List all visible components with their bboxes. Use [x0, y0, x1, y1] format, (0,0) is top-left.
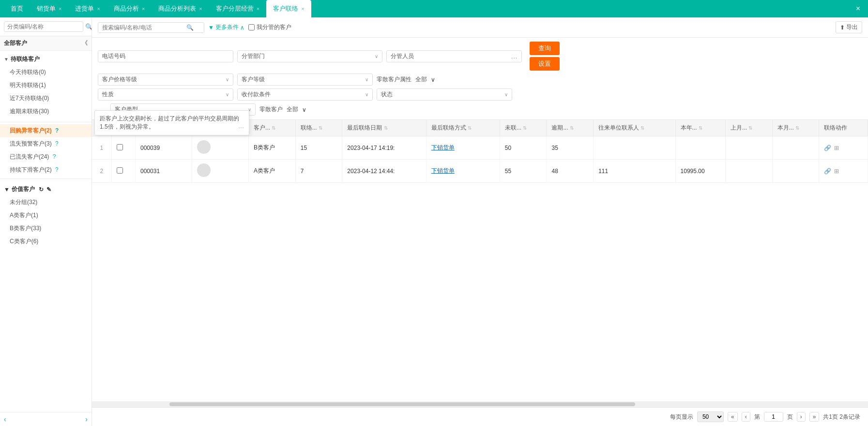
first-page-button[interactable]: «: [728, 412, 738, 422]
row-action-1: 🔗 ⊞: [819, 136, 868, 160]
row-overdue-2: 48: [547, 160, 594, 183]
close-sales-tab[interactable]: ×: [59, 6, 61, 12]
my-customer-checkbox[interactable]: [248, 24, 255, 30]
overdue-pending[interactable]: 逾期未联络(30): [0, 105, 91, 118]
already-lost[interactable]: 已流失客户(24) ?: [0, 150, 91, 163]
row-name-1: [192, 136, 249, 160]
row-checkbox-1[interactable]: [117, 144, 123, 150]
lost-badge: ?: [55, 140, 59, 147]
more-conditions-button[interactable]: ▼ 更多条件 ∧: [208, 23, 244, 31]
nav-item-purchase[interactable]: 进货单 ×: [68, 0, 107, 17]
week-pending[interactable]: 近7天待联络(0): [0, 92, 91, 105]
close-contact-tab[interactable]: ×: [301, 6, 304, 12]
settings-button[interactable]: 设置: [530, 57, 560, 71]
class-c-customers[interactable]: C类客户(6): [0, 235, 91, 248]
all-customers-label: 全部客户: [4, 39, 27, 47]
phone-field[interactable]: 电话号码: [98, 50, 233, 62]
col-this-month[interactable]: 本月... ⇅: [772, 120, 819, 136]
page-input[interactable]: [764, 412, 783, 422]
declining-customers[interactable]: 持续下滑客户(2) ?: [0, 163, 91, 176]
next-page-button[interactable]: ›: [797, 412, 806, 422]
table-row: 2 000031 A类客户: [92, 160, 868, 183]
sort-icon-date: ⇅: [384, 125, 388, 131]
my-customer-label: 我分管的客户: [257, 23, 291, 31]
col-last-contact-date[interactable]: 最后联络日期 ⇅: [342, 120, 426, 136]
status-field[interactable]: 状态 ∨: [377, 88, 512, 101]
lost-warning[interactable]: 流失预警客户(3) ?: [0, 137, 91, 150]
close-product-analysis-tab[interactable]: ×: [142, 6, 145, 12]
nav-item-sales[interactable]: 销货单 ×: [30, 0, 68, 17]
class-b-customers[interactable]: B类客户(33): [0, 222, 91, 235]
sidebar-scroll-left[interactable]: ‹: [4, 415, 6, 423]
col-this-year[interactable]: 本年... ⇅: [675, 120, 726, 136]
value-refresh-icon[interactable]: ↻: [39, 186, 44, 193]
action-icons-2: 🔗 ⊞: [824, 168, 863, 175]
price-level-field[interactable]: 客户价格等级 ∨: [98, 73, 233, 86]
value-edit-icon[interactable]: ✎: [46, 186, 51, 193]
close-purchase-tab[interactable]: ×: [97, 6, 100, 12]
retail-arrow[interactable]: ∨: [302, 106, 306, 113]
action-link-icon-1[interactable]: 🔗: [824, 145, 831, 151]
pending-contact-title[interactable]: ▼ 待联络客户: [0, 53, 91, 66]
gender-field[interactable]: 性质 ∨: [98, 88, 233, 101]
collapse-icon[interactable]: 《: [82, 39, 88, 47]
row-method-1: 下销货单: [426, 136, 500, 160]
retail-attr-arrow[interactable]: ∨: [431, 76, 435, 83]
payment-field[interactable]: 收付款条件 ∨: [237, 88, 373, 101]
class-a-customers[interactable]: A类客户(1): [0, 209, 91, 222]
main-layout: 🔍 全部客户 《 ▼ 待联络客户 今天待联络(0) 明天待联络(1) 近7天待联…: [0, 17, 868, 426]
col-overdue[interactable]: 逾期... ⇅: [547, 120, 594, 136]
sidebar-search-icon[interactable]: 🔍: [85, 23, 92, 30]
today-pending[interactable]: 今天待联络(0): [0, 66, 91, 79]
manager-field[interactable]: 分管人员 …: [386, 50, 522, 62]
horizontal-scrollbar[interactable]: [92, 401, 868, 407]
row-checkbox-2[interactable]: [117, 167, 123, 174]
col-last-month[interactable]: 上月... ⇅: [726, 120, 773, 136]
scroll-thumb[interactable]: [169, 402, 635, 406]
per-page-select[interactable]: 50 20 100: [697, 411, 724, 422]
sidebar-search-input[interactable]: [4, 21, 83, 32]
last-page-button[interactable]: »: [809, 412, 820, 422]
tooltip-more-icon[interactable]: …: [238, 123, 244, 130]
advanced-filter: 电话号码 分管部门 ∨ 分管人员 … 查询 设置 客户价格等级: [92, 38, 868, 120]
filter-row-2: 客户价格等级 ∨ 客户等级 ∨ 零散客户属性 全部 ∨: [98, 73, 862, 86]
ungrouped[interactable]: 未分组(32): [0, 196, 91, 209]
nav-item-product-analysis-list[interactable]: 商品分析列表 ×: [152, 0, 209, 17]
nav-item-customer-contact[interactable]: 客户联络 ×: [266, 0, 311, 17]
dept-field[interactable]: 分管部门 ∨: [237, 50, 382, 62]
row-name-2: [192, 160, 249, 183]
tomorrow-pending[interactable]: 明天待联络(1): [0, 79, 91, 92]
export-button[interactable]: ⬆ 导出: [836, 21, 862, 33]
search-input[interactable]: [102, 24, 184, 31]
col-contact-person[interactable]: 往来单位联系人 ⇅: [594, 120, 675, 136]
query-button[interactable]: 查询: [530, 42, 560, 55]
nav-item-customer-segmentation[interactable]: 客户分层经营 ×: [209, 0, 266, 17]
close-product-list-tab[interactable]: ×: [199, 6, 202, 12]
top-navigation: 首页 销货单 × 进货单 × 商品分析 × 商品分析列表 × 客户分层经营 × …: [0, 0, 868, 17]
customer-level-field[interactable]: 客户等级 ∨: [237, 73, 373, 86]
repurchase-anomaly[interactable]: 回购异常客户(2) ?: [0, 124, 91, 137]
action-more-icon-2[interactable]: ⊞: [834, 168, 839, 175]
action-buttons: 查询 设置: [530, 42, 560, 71]
action-link-icon-2[interactable]: 🔗: [824, 168, 831, 175]
nav-item-home[interactable]: 首页: [4, 0, 30, 17]
row-this-month-1: [772, 136, 819, 160]
search-icon[interactable]: 🔍: [186, 24, 194, 31]
close-segmentation-tab[interactable]: ×: [257, 6, 259, 12]
col-contact-count[interactable]: 联络... ⇅: [295, 120, 342, 136]
nav-item-product-analysis[interactable]: 商品分析 ×: [107, 0, 152, 17]
close-window-button[interactable]: ×: [852, 4, 864, 13]
manager-dots[interactable]: …: [511, 52, 518, 60]
content-area: 🔍 ▼ 更多条件 ∧ 我分管的客户 ⬆ 导出 电话号码: [92, 17, 868, 426]
retail-attr-inline: 零散客户属性 全部 ∨: [377, 75, 435, 84]
prev-page-button[interactable]: ‹: [742, 412, 750, 422]
col-customer-type[interactable]: 客户... ⇅: [249, 120, 296, 136]
col-no-contact[interactable]: 未联... ⇅: [500, 120, 547, 136]
action-more-icon-1[interactable]: ⊞: [834, 145, 839, 151]
row-check-1: [111, 136, 136, 160]
sidebar-scroll-right[interactable]: ›: [85, 415, 88, 423]
retail-inline: 零散客户 全部 ∨: [259, 105, 306, 114]
col-last-contact-method[interactable]: 最后联络方式 ⇅: [426, 120, 500, 136]
row-overdue-1: 35: [547, 136, 594, 160]
value-group-title[interactable]: ▼ 价值客户 ↻ ✎: [0, 183, 91, 196]
